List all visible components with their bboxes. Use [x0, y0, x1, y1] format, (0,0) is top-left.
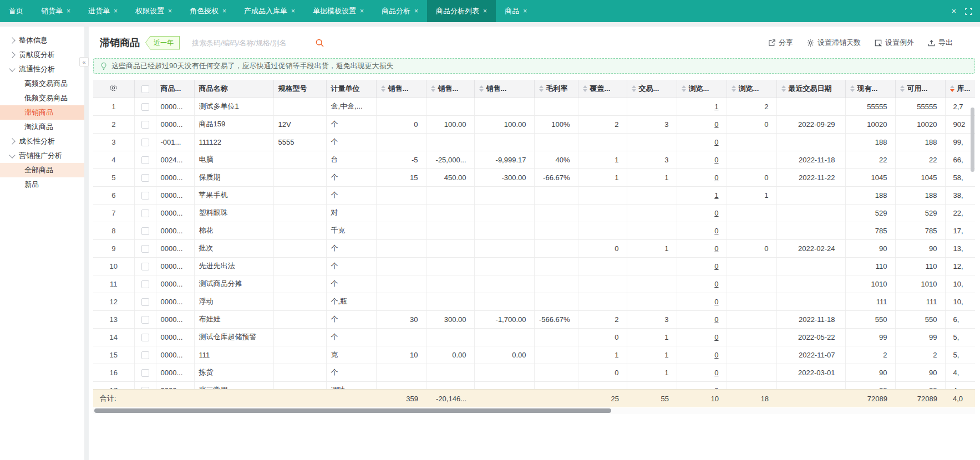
row-checkbox[interactable]	[141, 316, 149, 324]
set-stagnant-days-button[interactable]: 设置滞销天数	[806, 38, 861, 48]
sidebar-collapse-button[interactable]: «	[79, 57, 89, 67]
column-settings-icon[interactable]	[109, 84, 118, 92]
fullscreen-icon[interactable]	[965, 8, 972, 15]
nav-tab[interactable]: 商品分析 ×	[373, 0, 427, 22]
sidebar-item[interactable]: 成长性分析	[0, 134, 84, 149]
nav-tab[interactable]: 进货单 ×	[79, 0, 126, 22]
share-button[interactable]: 分享	[768, 38, 793, 48]
nav-tab[interactable]: 商品 ×	[496, 0, 536, 22]
row-checkbox[interactable]	[141, 298, 149, 306]
row-checkbox[interactable]	[141, 227, 149, 235]
row-checkbox[interactable]	[141, 103, 149, 111]
tab-close-icon[interactable]: ×	[360, 7, 364, 15]
sidebar-item[interactable]: 贡献度分析	[0, 48, 84, 62]
row-checkbox[interactable]	[141, 85, 149, 93]
sidebar-item[interactable]: 营销推广分析	[0, 149, 84, 163]
sort-carets[interactable]	[583, 85, 587, 92]
nav-tab[interactable]: 单据模板设置 ×	[304, 0, 373, 22]
horizontal-scrollbar-thumb[interactable]	[94, 408, 611, 413]
sidebar-item[interactable]: 高频交易商品	[0, 76, 84, 91]
search-icon[interactable]	[315, 38, 324, 48]
views-link[interactable]: 0	[714, 369, 718, 377]
tab-close-icon[interactable]: ×	[168, 7, 172, 15]
views-link[interactable]: 0	[714, 209, 718, 217]
sidebar-item[interactable]: 流通性分析	[0, 62, 84, 76]
views-link[interactable]: 0	[714, 120, 718, 129]
views-link[interactable]: 0	[714, 173, 718, 182]
row-checkbox[interactable]	[141, 121, 149, 129]
column-header[interactable]: 覆盖...	[578, 80, 627, 98]
tab-close-icon[interactable]: ×	[483, 7, 487, 15]
sort-carets[interactable]	[781, 85, 786, 92]
sidebar-item[interactable]: 低频交易商品	[0, 91, 84, 105]
column-header[interactable]: 浏览...	[677, 80, 727, 98]
sidebar-item[interactable]: 滞销商品	[0, 105, 84, 120]
sort-carets[interactable]	[632, 85, 636, 92]
sidebar-item[interactable]: 整体信息	[0, 33, 84, 48]
nav-tab[interactable]: 产成品入库单 ×	[235, 0, 304, 22]
sort-carets[interactable]	[950, 85, 954, 92]
nav-tab[interactable]: 商品分析列表 ×	[427, 0, 496, 22]
column-header[interactable]: 可用...	[895, 80, 945, 98]
column-header[interactable]: 销售...	[474, 80, 534, 98]
views-link[interactable]: 0	[714, 333, 718, 341]
column-header[interactable]: 最近交易日期	[776, 80, 845, 98]
close-icon[interactable]: ×	[952, 7, 956, 15]
row-checkbox[interactable]	[141, 245, 149, 253]
row-checkbox[interactable]	[141, 209, 149, 217]
views-link[interactable]: 0	[714, 386, 718, 390]
column-header[interactable]: 销售...	[426, 80, 474, 98]
sort-carets[interactable]	[431, 85, 435, 92]
tab-close-icon[interactable]: ×	[67, 7, 70, 15]
sort-carets[interactable]	[539, 85, 544, 92]
tab-close-icon[interactable]: ×	[114, 7, 118, 15]
table-settings-header[interactable]	[93, 80, 134, 98]
views-link[interactable]: 1	[714, 191, 718, 200]
views-link[interactable]: 0	[714, 138, 718, 146]
views-link[interactable]: 1	[714, 103, 718, 111]
row-checkbox[interactable]	[141, 156, 149, 164]
sort-carets[interactable]	[682, 85, 686, 92]
views-link[interactable]: 0	[714, 280, 718, 288]
horizontal-scrollbar-track[interactable]	[93, 408, 975, 414]
views-link[interactable]: 0	[714, 262, 718, 270]
row-checkbox[interactable]	[141, 280, 149, 288]
tab-close-icon[interactable]: ×	[414, 7, 418, 15]
row-checkbox[interactable]	[141, 263, 149, 270]
tab-close-icon[interactable]: ×	[222, 7, 226, 15]
row-checkbox[interactable]	[141, 369, 149, 377]
sidebar-item[interactable]: 新品	[0, 177, 84, 192]
row-checkbox[interactable]	[141, 387, 149, 389]
nav-tab[interactable]: 权限设置 ×	[126, 0, 181, 22]
views-link[interactable]: 0	[714, 351, 718, 359]
views-link[interactable]: 0	[714, 156, 718, 164]
export-button[interactable]: 导出	[927, 38, 953, 48]
views-link[interactable]: 0	[714, 298, 718, 306]
tab-close-icon[interactable]: ×	[523, 7, 527, 15]
search-input[interactable]	[192, 39, 313, 47]
row-checkbox[interactable]	[141, 139, 149, 146]
nav-tab[interactable]: 销货单 ×	[32, 0, 79, 22]
sort-carets[interactable]	[479, 85, 484, 92]
sort-carets[interactable]	[850, 85, 855, 92]
column-header[interactable]: 库...	[945, 80, 975, 98]
sort-carets[interactable]	[381, 85, 385, 92]
vertical-scrollbar[interactable]	[971, 108, 974, 172]
sidebar-item[interactable]: 全部商品	[0, 163, 84, 177]
row-checkbox[interactable]	[141, 351, 149, 359]
row-checkbox[interactable]	[141, 334, 149, 341]
column-header[interactable]: 毛利率	[534, 80, 578, 98]
views-link[interactable]: 0	[714, 227, 718, 235]
column-header[interactable]: 浏览...	[727, 80, 776, 98]
column-header[interactable]: 现有...	[845, 80, 895, 98]
views-link[interactable]: 0	[714, 244, 718, 253]
tab-close-icon[interactable]: ×	[291, 7, 295, 15]
views-link[interactable]: 0	[714, 315, 718, 324]
row-checkbox[interactable]	[141, 174, 149, 182]
column-header[interactable]: 交易...	[627, 80, 677, 98]
set-exception-button[interactable]: 设置例外	[874, 38, 914, 48]
sidebar-item[interactable]: 淘汰商品	[0, 120, 84, 134]
nav-tab[interactable]: 角色授权 ×	[181, 0, 235, 22]
row-checkbox[interactable]	[141, 192, 149, 200]
sort-carets[interactable]	[732, 85, 736, 92]
